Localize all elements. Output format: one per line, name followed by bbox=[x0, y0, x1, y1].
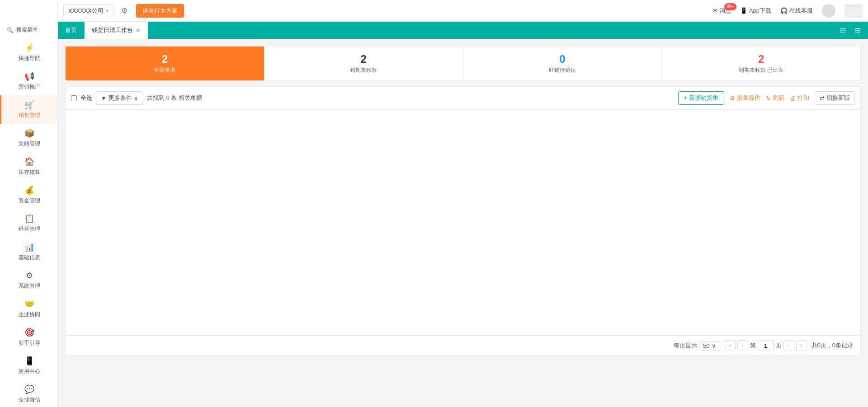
select-all-label: 全选 bbox=[80, 94, 92, 102]
sidebar-item-app-center[interactable]: 📱 应用中心 bbox=[0, 351, 57, 380]
refresh-label: 刷新 bbox=[773, 94, 784, 102]
next-page-button[interactable]: › bbox=[783, 340, 794, 351]
sidebar-item-inventory[interactable]: 🏠 库存核算 bbox=[0, 152, 57, 181]
batch-operation-button[interactable]: ⚙ 批量操作 bbox=[730, 94, 760, 102]
user-name-area[interactable] bbox=[844, 4, 863, 18]
toolbar-left: 全选 ▼ 更多条件 ∨ 共找到 0 条 相关单据 bbox=[71, 91, 674, 105]
trial-button[interactable]: 体验行业方案 bbox=[136, 4, 184, 18]
table-empty bbox=[66, 110, 860, 335]
page-size-chevron: ∨ bbox=[712, 342, 716, 349]
page-suffix: 页 bbox=[776, 342, 782, 350]
sidebar-item-marketing[interactable]: 📢 营销推广 bbox=[0, 67, 57, 95]
maximize-icon[interactable]: ⊞ bbox=[852, 25, 863, 36]
stat-label-shipped: 到期未收款 已出库 bbox=[669, 66, 853, 74]
sidebar-label-basic-info: 基础信息 bbox=[19, 254, 40, 262]
message-button[interactable]: ✉ 消息 99+ bbox=[712, 7, 731, 15]
tab-workbench-label: 钱货日清工作台 bbox=[92, 26, 133, 34]
sidebar-label-system: 系统管理 bbox=[19, 282, 40, 290]
pagination-bar: 每页显示 50 ∨ « ‹ 第 页 › » 共0页，0条记录 bbox=[65, 335, 861, 356]
chat-icon: 💬 bbox=[24, 384, 34, 394]
chevron-icon: ∨ bbox=[134, 95, 138, 102]
message-badge: 99+ bbox=[724, 3, 736, 10]
sidebar-item-capital[interactable]: 💰 资金管理 bbox=[0, 181, 57, 209]
batch-icon: ⚙ bbox=[730, 95, 735, 102]
sidebar-label-sales: 销售管理 bbox=[19, 112, 40, 119]
sidebar-search[interactable]: 🔍 搜索菜单 bbox=[0, 22, 57, 38]
sidebar-item-system[interactable]: ⚙ 系统管理 bbox=[0, 266, 57, 295]
main-content: 2 全部单据 2 到期未收款 0 旺铺待确认 2 到期未收款 已出库 全选 ▼ … bbox=[58, 39, 868, 407]
app-download-icon: 📱 bbox=[740, 7, 747, 14]
sidebar-label-purchase: 采购管理 bbox=[19, 140, 40, 148]
sidebar-item-operations[interactable]: 📋 经营管理 bbox=[0, 209, 57, 238]
add-sale-button[interactable]: + 新增销货单 bbox=[678, 91, 724, 105]
print-label: 打印 bbox=[797, 94, 809, 102]
sidebar-label-capital: 资金管理 bbox=[19, 197, 40, 205]
stat-card-overdue[interactable]: 2 到期未收款 bbox=[264, 47, 463, 80]
stat-number-all: 2 bbox=[73, 53, 257, 65]
sidebar-item-wechat[interactable]: 💬 企业微信 bbox=[0, 380, 57, 407]
guide-icon: 🎯 bbox=[24, 327, 34, 337]
sidebar-label-guide: 新手引导 bbox=[19, 339, 40, 347]
message-icon: ✉ bbox=[712, 7, 717, 14]
print-button[interactable]: 🖨 打印 bbox=[790, 94, 809, 102]
tab-home[interactable]: 首页 bbox=[58, 22, 85, 39]
stat-label-overdue: 到期未收款 bbox=[272, 66, 456, 74]
sidebar-label-wechat: 企业微信 bbox=[19, 396, 40, 404]
page-size-value: 50 bbox=[703, 342, 709, 349]
prev-page-button[interactable]: ‹ bbox=[737, 340, 748, 351]
last-page-button[interactable]: » bbox=[796, 340, 807, 351]
nav-tabs-bar-right: ⊟ ⊞ bbox=[837, 25, 868, 36]
settings-icon[interactable]: ⚙ bbox=[117, 4, 132, 18]
stat-number-shipped: 2 bbox=[669, 53, 853, 65]
money-icon: 💰 bbox=[24, 185, 34, 195]
stat-card-pending[interactable]: 0 旺铺待确认 bbox=[463, 47, 662, 80]
sidebar-item-cooperation[interactable]: 🤝 企业协同 bbox=[0, 295, 57, 323]
select-all-checkbox[interactable] bbox=[71, 95, 77, 101]
sidebar-item-purchase[interactable]: 📦 采购管理 bbox=[0, 124, 57, 152]
page-number-input[interactable] bbox=[758, 340, 774, 351]
sidebar-item-sales[interactable]: 🛒 销售管理 bbox=[0, 95, 57, 124]
header-right: ✉ 消息 99+ 📱 App下载 🎧 在线客服 bbox=[712, 4, 863, 18]
company-selector[interactable]: XXXXXX公司 ▾ bbox=[63, 5, 113, 17]
stat-number-overdue: 2 bbox=[272, 53, 456, 65]
sidebar-item-basic-info[interactable]: 📊 基础信息 bbox=[0, 238, 57, 266]
sidebar-label-marketing: 营销推广 bbox=[19, 83, 40, 91]
page-size-box[interactable]: 50 ∨ bbox=[699, 341, 720, 351]
online-service-button[interactable]: 🎧 在线客服 bbox=[780, 7, 813, 15]
table-area bbox=[65, 109, 861, 335]
refresh-button[interactable]: ↻ 刷新 bbox=[766, 94, 784, 102]
sidebar-label-operations: 经营管理 bbox=[19, 225, 40, 233]
online-service-label: 在线客服 bbox=[789, 7, 813, 15]
nav-tabs-bar: 首页 钱货日清工作台 ✕ ⊟ ⊞ bbox=[58, 22, 868, 39]
app-download-button[interactable]: 📱 App下载 bbox=[740, 7, 771, 15]
sidebar: 🔍 搜索菜单 ⚡ 快捷导航 📢 营销推广 🛒 销售管理 📦 采购管理 🏠 库存核… bbox=[0, 0, 58, 407]
warehouse-icon: 🏠 bbox=[24, 157, 34, 167]
clipboard-icon: 📋 bbox=[24, 214, 34, 224]
page-nav: « ‹ 第 页 › » bbox=[725, 340, 807, 351]
database-icon: 📊 bbox=[24, 242, 34, 252]
sidebar-item-quick-nav[interactable]: ⚡ 快捷导航 bbox=[0, 38, 57, 67]
first-page-button[interactable]: « bbox=[725, 340, 736, 351]
switch-version-button[interactable]: ⇄ 切换新版 bbox=[815, 91, 855, 105]
close-tab-icon[interactable]: ✕ bbox=[136, 27, 140, 33]
avatar[interactable] bbox=[822, 4, 835, 18]
sidebar-search-label: 搜索菜单 bbox=[16, 26, 38, 34]
app-download-label: App下载 bbox=[749, 7, 771, 15]
filter-label: 更多条件 bbox=[108, 94, 132, 102]
sidebar-label-app-center: 应用中心 bbox=[19, 368, 40, 375]
print-icon: 🖨 bbox=[790, 95, 796, 102]
switch-label: 切换新版 bbox=[826, 94, 850, 102]
toolbar: 全选 ▼ 更多条件 ∨ 共找到 0 条 相关单据 + 新增销货单 ⚙ 批量操作 bbox=[65, 86, 861, 109]
refresh-icon: ↻ bbox=[766, 95, 771, 102]
total-text: 共0页，0条记录 bbox=[811, 342, 853, 350]
stat-label-all: 全部单据 bbox=[73, 66, 257, 74]
filter-icon: ▼ bbox=[101, 95, 107, 102]
stat-card-shipped[interactable]: 2 到期未收款 已出库 bbox=[662, 47, 860, 80]
stat-card-all[interactable]: 2 全部单据 bbox=[66, 47, 264, 80]
sidebar-item-guide[interactable]: 🎯 新手引导 bbox=[0, 323, 57, 351]
handshake-icon: 🤝 bbox=[24, 299, 34, 309]
tab-workbench[interactable]: 钱货日清工作台 ✕ bbox=[85, 22, 148, 39]
minimize-icon[interactable]: ⊟ bbox=[837, 25, 849, 36]
filter-button[interactable]: ▼ 更多条件 ∨ bbox=[96, 91, 143, 105]
search-icon: 🔍 bbox=[7, 27, 14, 33]
